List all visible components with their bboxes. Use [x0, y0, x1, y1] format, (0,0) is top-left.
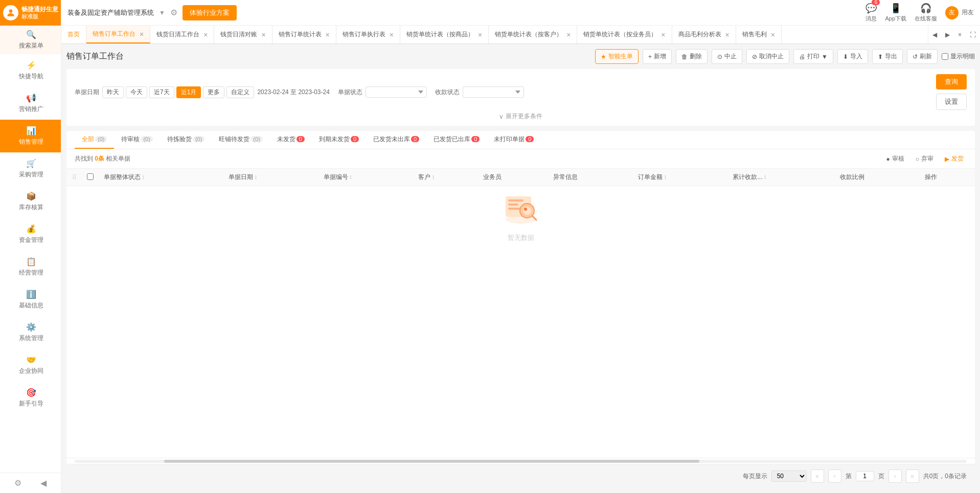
- message-btn[interactable]: 💬 6 消息: [865, 3, 877, 23]
- export-btn[interactable]: ⬆ 导出: [872, 49, 903, 64]
- sidebar-item-basic[interactable]: ℹ️ 基础信息: [0, 283, 61, 316]
- status-select[interactable]: [366, 86, 427, 98]
- show-detail-label[interactable]: 显示明细: [942, 52, 975, 61]
- subtab-pending-review[interactable]: 待审核(0): [114, 131, 159, 149]
- date-custom-btn[interactable]: 自定义: [226, 86, 254, 98]
- select-all-checkbox[interactable]: [87, 173, 94, 180]
- sidebar-item-purchase[interactable]: 🛒 采购管理: [0, 152, 61, 185]
- refresh-btn[interactable]: ↺ 刷新: [907, 49, 938, 64]
- sidebar-item-management-label: 经营管理: [19, 268, 43, 277]
- sidebar-item-collab[interactable]: 🤝 企业协同: [0, 349, 61, 382]
- sidebar-item-sales[interactable]: 📊 销售管理: [0, 120, 61, 152]
- tab-daily-clear[interactable]: 钱货日清工作台 ×: [150, 26, 214, 43]
- tab-close-all-btn[interactable]: ×: [954, 26, 966, 43]
- sidebar-item-quicknav[interactable]: ⚡ 快捷导航: [0, 54, 61, 87]
- date-7days-btn[interactable]: 近7天: [149, 86, 174, 98]
- scrollbar-thumb[interactable]: [164, 460, 699, 463]
- tab-sales-order-close[interactable]: ×: [140, 30, 144, 38]
- industry-btn[interactable]: 体验行业方案: [183, 5, 237, 20]
- user-menu[interactable]: 友 用友: [945, 6, 974, 19]
- sidebar-item-management[interactable]: 📋 经营管理: [0, 251, 61, 283]
- tab-goods-stat[interactable]: 销货单统计表（按商品） ×: [400, 26, 489, 43]
- tab-sales-exec-close[interactable]: ×: [390, 31, 394, 39]
- expand-conditions-btn[interactable]: ∨ 展开更多条件: [75, 112, 967, 121]
- print-btn[interactable]: 🖨 打印 ▼: [793, 49, 833, 64]
- review-btn[interactable]: ● 审核: [883, 153, 907, 164]
- show-detail-checkbox[interactable]: [942, 53, 948, 60]
- delete-btn[interactable]: 🗑 删除: [676, 49, 708, 64]
- date-yesterday-btn[interactable]: 昨天: [102, 86, 124, 98]
- online-service-btn[interactable]: 🎧 在线客服: [915, 3, 937, 23]
- tab-fullscreen-btn[interactable]: ⛶: [966, 26, 980, 43]
- page-last-btn[interactable]: »: [906, 469, 919, 483]
- tab-customer-stat[interactable]: 销货单统计表（按客户） ×: [489, 26, 577, 43]
- tab-customer-stat-close[interactable]: ×: [566, 31, 571, 39]
- setting-btn[interactable]: 设置: [936, 94, 967, 110]
- tab-next-btn[interactable]: ▶: [941, 26, 954, 43]
- sidebar-item-finance[interactable]: 💰 资金管理: [0, 218, 61, 251]
- tab-home[interactable]: 首页: [61, 26, 86, 43]
- sidebar-item-inventory[interactable]: 📦 库存核算: [0, 185, 61, 218]
- page-first-btn[interactable]: «: [811, 469, 824, 483]
- subtab-shipped-outbound[interactable]: 已发货已出库0: [426, 131, 487, 149]
- sidebar-item-marketing[interactable]: 📢 营销推广: [0, 87, 61, 120]
- subtab-all[interactable]: 全部(0): [75, 131, 114, 149]
- tab-daily-clear-close[interactable]: ×: [203, 31, 208, 39]
- app-download-btn[interactable]: 📱 App下载: [885, 3, 906, 23]
- tab-goods-stat-close[interactable]: ×: [478, 31, 482, 39]
- headset-icon: 🎧: [920, 3, 931, 14]
- date-today-btn[interactable]: 今天: [126, 86, 147, 98]
- tab-salesperson-stat-close[interactable]: ×: [661, 31, 665, 39]
- col-number: 单据编号↕: [318, 169, 414, 186]
- import-btn[interactable]: ⬇ 导入: [837, 49, 868, 64]
- page-size-label: 每页显示: [743, 472, 767, 481]
- add-btn[interactable]: + 新增: [643, 49, 672, 64]
- date-1month-btn[interactable]: 近1月: [176, 86, 201, 98]
- subtab-pending-check[interactable]: 待拣验货(0): [160, 131, 212, 149]
- tab-margin-analysis[interactable]: 商品毛利分析表 ×: [672, 26, 736, 43]
- sidebar-item-search[interactable]: 🔍 搜索菜单: [0, 26, 61, 54]
- ship-btn[interactable]: ▶ 发货: [942, 153, 967, 164]
- subtab-wangpu[interactable]: 旺铺待发货(0): [212, 131, 269, 149]
- tab-sales-order[interactable]: 销售订单工作台 ×: [86, 26, 150, 43]
- sidebar-item-guide[interactable]: 🎯 新手引导: [0, 382, 61, 414]
- subtab-overdue-unshipped[interactable]: 到期未发货0: [312, 131, 366, 149]
- subtab-shipped-no-outbound[interactable]: 已发货未出库0: [366, 131, 426, 149]
- svg-rect-3: [508, 199, 523, 201]
- page-next-btn[interactable]: ›: [888, 469, 902, 483]
- payment-select[interactable]: [463, 86, 524, 98]
- smart-create-btn[interactable]: ★ 智能生单: [595, 49, 639, 64]
- reject-btn[interactable]: ○ 弃审: [913, 153, 937, 164]
- page-input[interactable]: [856, 471, 874, 481]
- subtab-unprinted[interactable]: 未打印单据0: [487, 131, 541, 149]
- sidebar-item-system[interactable]: ⚙️ 系统管理: [0, 316, 61, 349]
- page-size-select[interactable]: 50 100 200: [771, 470, 807, 482]
- tab-reconcile[interactable]: 钱货日清对账 ×: [214, 26, 272, 43]
- settings-icon[interactable]: ⚙: [170, 8, 177, 17]
- tab-sales-stat-close[interactable]: ×: [326, 31, 330, 39]
- col-salesperson: 业务员: [478, 169, 548, 186]
- search-icon: 🔍: [26, 30, 36, 39]
- tab-reconcile-close[interactable]: ×: [261, 31, 265, 39]
- scrollbar-track[interactable]: [75, 460, 967, 463]
- tab-margin-analysis-label: 商品毛利分析表: [678, 30, 721, 39]
- tab-sales-margin[interactable]: 销售毛利 ×: [736, 26, 782, 43]
- query-btn[interactable]: 查询: [936, 74, 967, 89]
- cancel-stop-btn[interactable]: ⊘ 取消中止: [746, 49, 789, 64]
- subtab-unshipped[interactable]: 未发货0: [270, 131, 312, 149]
- tab-prev-btn[interactable]: ◀: [928, 26, 941, 43]
- tab-margin-analysis-close[interactable]: ×: [725, 31, 730, 39]
- sidebar-nav: 🔍 搜索菜单 ⚡ 快捷导航 📢 营销推广 📊 销售管理 🛒 采购管理 📦 库存核…: [0, 26, 61, 473]
- settings-button[interactable]: ⚙: [14, 478, 21, 488]
- date-more-btn[interactable]: 更多: [203, 86, 224, 98]
- tab-sales-stat[interactable]: 销售订单统计表 ×: [272, 26, 336, 43]
- stop-btn[interactable]: ⊙ 中止: [712, 49, 742, 64]
- collapse-button[interactable]: ◀: [40, 478, 47, 488]
- table-toolbar-actions: ● 审核 ○ 弃审 ▶ 发货: [883, 153, 967, 164]
- dropdown-icon[interactable]: ▼: [159, 9, 165, 16]
- page-prev-btn[interactable]: ‹: [828, 469, 841, 483]
- tab-sales-exec[interactable]: 销售订单执行表 ×: [336, 26, 400, 43]
- tab-salesperson-stat[interactable]: 销货单统计表（按业务员） ×: [577, 26, 672, 43]
- col-date: 单据日期↕: [223, 169, 318, 186]
- tab-sales-margin-close[interactable]: ×: [771, 31, 775, 39]
